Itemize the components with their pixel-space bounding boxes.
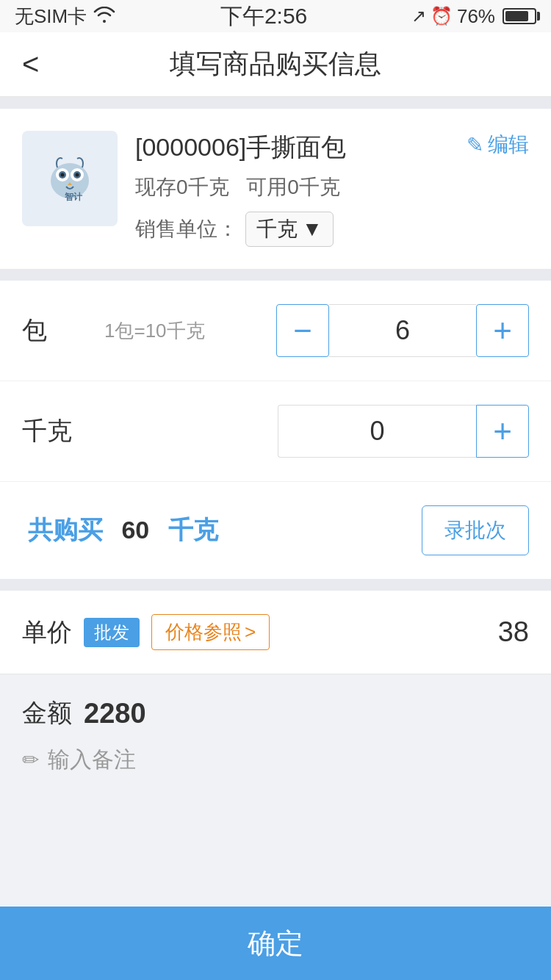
edit-icon: ✎ (467, 133, 483, 157)
price-value: 38 (498, 616, 529, 648)
product-stock: 现存0千克 可用0千克 (135, 173, 529, 201)
bag-unit-label: 1包=10千克 (104, 318, 205, 344)
available-label: 可用0千克 (246, 176, 340, 198)
kg-label: 千克 (22, 414, 96, 448)
svg-point-6 (76, 173, 79, 177)
confirm-button: 确定 (248, 925, 303, 962)
top-divider (0, 97, 551, 109)
carrier-label: 无SIM卡 (15, 4, 87, 29)
bag-input[interactable] (329, 304, 476, 357)
back-button[interactable]: < (22, 48, 39, 81)
battery-icon (503, 8, 536, 24)
content-area: 智计 [0000006]手撕面包 现存0千克 可用0千克 销售单位： 千克 ▼ … (0, 97, 551, 895)
bag-input-group: − + (276, 304, 529, 357)
minus-icon: − (293, 312, 312, 349)
total-text: 共购买 60 千克 (22, 514, 224, 547)
alarm-icon: ⏰ (431, 6, 453, 26)
kg-input-group: + (278, 405, 529, 458)
amount-value: 2280 (84, 698, 146, 729)
unit-value: 千克 (256, 215, 298, 243)
unit-chevron-icon: ▼ (302, 217, 323, 241)
wifi-icon (93, 5, 116, 28)
price-label: 单价 (22, 616, 72, 649)
unit-prefix: 销售单位： (135, 215, 238, 243)
product-logo: 智计 (44, 153, 96, 204)
product-card: 智计 [0000006]手撕面包 现存0千克 可用0千克 销售单位： 千克 ▼ … (0, 109, 551, 269)
back-icon: < (22, 48, 39, 80)
status-right: ↗ ⏰ 76% (411, 5, 536, 28)
pencil-icon: ✏ (22, 748, 39, 772)
bag-row: 包 1包=10千克 − + (0, 281, 551, 381)
section-divider-1 (0, 269, 551, 281)
unit-select[interactable]: 千克 ▼ (245, 212, 334, 247)
price-section: 单价 批发 价格参照 > 38 (0, 591, 551, 674)
product-image: 智计 (22, 131, 118, 226)
price-ref-label: 价格参照 (165, 619, 242, 645)
price-type-tag: 批发 (84, 618, 140, 647)
section-divider-2 (0, 579, 551, 591)
total-row: 共购买 60 千克 录批次 (0, 482, 551, 579)
product-unit: 销售单位： 千克 ▼ (135, 212, 529, 247)
price-ref-button[interactable]: 价格参照 > (151, 614, 270, 650)
plus-icon-2: + (493, 413, 512, 450)
svg-point-5 (61, 173, 65, 177)
location-icon: ↗ (411, 6, 426, 26)
amount-row: 金额 2280 (22, 696, 529, 730)
kg-input[interactable] (278, 405, 476, 458)
battery-percentage: 76% (457, 5, 495, 28)
bag-minus-button[interactable]: − (276, 304, 329, 357)
amount-section: 金额 2280 ✏ 输入备注 (0, 674, 551, 821)
total-prefix: 共购买 (28, 516, 103, 544)
remark-row[interactable]: ✏ 输入备注 (22, 745, 529, 775)
status-bar: 无SIM卡 下午2:56 ↗ ⏰ 76% (0, 0, 551, 32)
kg-plus-button[interactable]: + (476, 405, 529, 458)
stock-label: 现存0千克 (135, 176, 229, 198)
form-section: 包 1包=10千克 − + 千克 + (0, 281, 551, 482)
edit-button[interactable]: ✎ 编辑 (467, 131, 529, 159)
bag-label: 包 (22, 314, 96, 347)
kg-row: 千克 + (0, 381, 551, 482)
nav-bar: < 填写商品购买信息 (0, 32, 551, 97)
batch-button[interactable]: 录批次 (422, 505, 529, 555)
status-left: 无SIM卡 (15, 4, 116, 29)
edit-label: 编辑 (488, 131, 529, 159)
total-unit: 千克 (168, 516, 218, 544)
total-value: 60 (121, 516, 149, 544)
page-title: 填写商品购买信息 (170, 46, 381, 82)
remark-label: 输入备注 (48, 745, 136, 775)
confirm-bar[interactable]: 确定 (0, 907, 551, 980)
status-time: 下午2:56 (220, 1, 307, 32)
svg-text:智计: 智计 (64, 192, 83, 202)
plus-icon: + (493, 312, 512, 349)
amount-label: 金额 (22, 696, 72, 730)
price-ref-arrow-icon: > (245, 621, 256, 644)
bag-plus-button[interactable]: + (476, 304, 529, 357)
